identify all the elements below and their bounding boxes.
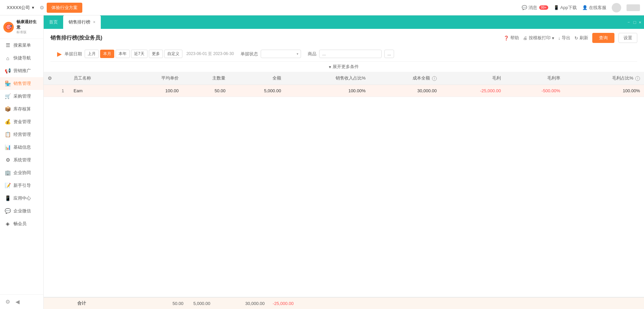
footer-sales-pct [214, 301, 241, 306]
online-service-btn[interactable]: 👤 在线客服 [582, 5, 606, 11]
expand-conditions-btn[interactable]: ▾ 展开更多条件 [329, 64, 359, 70]
user-name [627, 4, 640, 11]
tab-home-label: 首页 [49, 19, 58, 25]
date-btn-7days[interactable]: 近7天 [131, 50, 147, 58]
collab-icon: 🏢 [5, 170, 11, 176]
tab-home[interactable]: 首页 [44, 15, 63, 29]
settings-icon[interactable]: ⚙ [40, 5, 44, 11]
refresh-label: 刷新 [579, 35, 588, 41]
sidebar-settings-btn[interactable]: ⚙ [4, 297, 11, 306]
print-btn[interactable]: 🖨 按模板打印 ▾ [523, 35, 554, 41]
sidebar-label-quick-nav: 快捷导航 [13, 55, 31, 61]
tab-maximize-icon[interactable]: □ [634, 20, 636, 25]
tab-sales-rank[interactable]: 销售排行榜 × [63, 15, 101, 29]
sidebar: 🎯 畅康通好生意 标准版 ☰ 搜索菜单 ⌂ 快捷导航 📢 营销推广 🏪 销售管理… [0, 15, 44, 309]
column-settings-icon[interactable]: ⚙ [48, 75, 52, 81]
message-btn[interactable]: 💬 消息 99+ [522, 5, 548, 11]
sidebar-label-operations: 经营管理 [13, 132, 31, 138]
sidebar-item-search-order[interactable]: ☰ 搜索菜单 [0, 39, 43, 52]
date-btn-prev-month[interactable]: 上月 [85, 50, 99, 58]
sidebar-item-basics[interactable]: 📊 基础信息 [0, 141, 43, 154]
main-layout: 🎯 畅康通好生意 标准版 ☰ 搜索菜单 ⌂ 快捷导航 📢 营销推广 🏪 销售管理… [0, 15, 644, 309]
funds-icon: 💰 [5, 119, 11, 125]
sidebar-item-marketing[interactable]: 📢 营销推广 [0, 64, 43, 77]
refresh-btn[interactable]: ↻ 刷新 [574, 35, 588, 41]
date-btn-more[interactable]: 更多 [149, 50, 163, 58]
sidebar-item-purchase[interactable]: 🛒 采购管理 [0, 90, 43, 103]
cost-info-icon[interactable]: i [432, 76, 437, 81]
sidebar-item-member[interactable]: ◈ 畅会员 [0, 217, 43, 230]
more-filter-btn[interactable]: ... [384, 50, 394, 58]
row-cost: 30,000.00 [370, 85, 441, 97]
print-label: 按模板打印 [529, 35, 551, 41]
export-btn[interactable]: ↓ 导出 [558, 35, 571, 41]
logo-text: 畅康通好生意 [16, 19, 40, 30]
company-dropdown-icon: ▾ [32, 5, 34, 10]
sidebar-item-guide[interactable]: 📝 新手引导 [0, 179, 43, 192]
row-gross-pct: 100.00% [564, 85, 644, 97]
row-qty: 50.00 [183, 85, 230, 97]
tab-bar-right: － □ × [627, 19, 644, 25]
footer-values: 50.00 5,000.00 30,000.00 -25,000.00 [134, 301, 640, 306]
sidebar-label-guide: 新手引导 [13, 183, 31, 189]
date-btn-this-year[interactable]: 本年 [116, 50, 130, 58]
sales-icon: 🏪 [5, 81, 11, 87]
date-filter-label: 单据日期 [65, 51, 82, 57]
online-service-icon: 👤 [582, 5, 588, 10]
home-icon: ⌂ [5, 55, 11, 61]
sidebar-label-wechat: 企业微信 [13, 208, 31, 214]
query-btn[interactable]: 查询 [592, 33, 614, 43]
sidebar-item-inventory[interactable]: 📦 库存核算 [0, 103, 43, 115]
sidebar-item-wechat[interactable]: 💬 企业微信 [0, 205, 43, 217]
print-dropdown-icon: ▾ [552, 36, 554, 41]
col-sales-pct: 销售收入占比% [285, 72, 370, 85]
avatar[interactable] [612, 3, 621, 12]
tab-close-window-icon[interactable]: × [639, 20, 641, 25]
experience-btn[interactable]: 体验行业方案 [47, 3, 82, 13]
app-download-label: App下载 [560, 5, 577, 11]
content-area: 首页 销售排行榜 × － □ × 销售排行榜(按业务员) ❓ [44, 15, 644, 309]
menu-icon: ☰ [5, 42, 11, 48]
col-settings: ⚙ [44, 72, 56, 85]
sidebar-item-operations[interactable]: 📋 经营管理 [0, 128, 43, 141]
guide-icon: 📝 [5, 183, 11, 189]
status-select-wrap [261, 50, 301, 58]
sidebar-item-app-center[interactable]: 📱 应用中心 [0, 192, 43, 205]
row-sales-pct: 100.00% [285, 85, 370, 97]
print-icon: 🖨 [523, 36, 527, 41]
system-icon: ⚙ [5, 157, 11, 163]
tab-close-icon[interactable]: × [93, 20, 95, 24]
export-icon: ↓ [558, 36, 561, 41]
table-header-row: ⚙ 员工名称 平均单价 主数量 全额 销售收入占比% 成本全额 i [44, 72, 644, 85]
settings-btn[interactable]: 设置 [618, 33, 637, 43]
sidebar-label-funds: 资金管理 [13, 119, 31, 125]
gross-pct-info-icon[interactable]: i [635, 76, 640, 81]
sidebar-item-quick-nav[interactable]: ⌂ 快捷导航 [0, 52, 43, 64]
app-download-btn[interactable]: 📱 App下载 [554, 5, 577, 11]
help-label: 帮助 [510, 35, 519, 41]
sidebar-item-system[interactable]: ⚙ 系统管理 [0, 154, 43, 166]
table-footer: 合计 50.00 5,000.00 30,000.00 -25,000.00 [44, 297, 644, 309]
date-btn-this-month[interactable]: 本月 [100, 50, 114, 58]
sidebar-item-sales[interactable]: 🏪 销售管理 [0, 77, 43, 90]
status-select[interactable] [261, 50, 301, 58]
sidebar-collapse-btn[interactable]: ◀ [14, 297, 21, 306]
filter-expand-arrow[interactable]: ▶ [57, 50, 62, 58]
footer-amount: 5,000.00 [187, 301, 214, 306]
message-badge: 99+ [539, 5, 548, 10]
sidebar-item-funds[interactable]: 💰 资金管理 [0, 115, 43, 128]
top-bar-right: 💬 消息 99+ 📱 App下载 👤 在线客服 [522, 3, 640, 12]
sidebar-item-collab[interactable]: 🏢 企业协同 [0, 166, 43, 179]
goods-input[interactable] [319, 50, 382, 58]
date-btn-custom[interactable]: 自定义 [164, 50, 182, 58]
sidebar-label-purchase: 采购管理 [13, 93, 31, 99]
table-wrapper: ⚙ 员工名称 平均单价 主数量 全额 销售收入占比% 成本全额 i [44, 72, 644, 297]
help-btn[interactable]: ❓ 帮助 [504, 35, 519, 41]
company-selector[interactable]: XXXXX公司 ▾ [4, 3, 37, 12]
tab-minimize-icon[interactable]: － [627, 19, 631, 25]
sidebar-label-inventory: 库存核算 [13, 106, 31, 112]
sidebar-label-collab: 企业协同 [13, 170, 31, 176]
wechat-icon: 💬 [5, 208, 11, 214]
footer-total-label: 合计 [73, 300, 134, 306]
expand-bar: ▾ 展开更多条件 [50, 61, 637, 72]
